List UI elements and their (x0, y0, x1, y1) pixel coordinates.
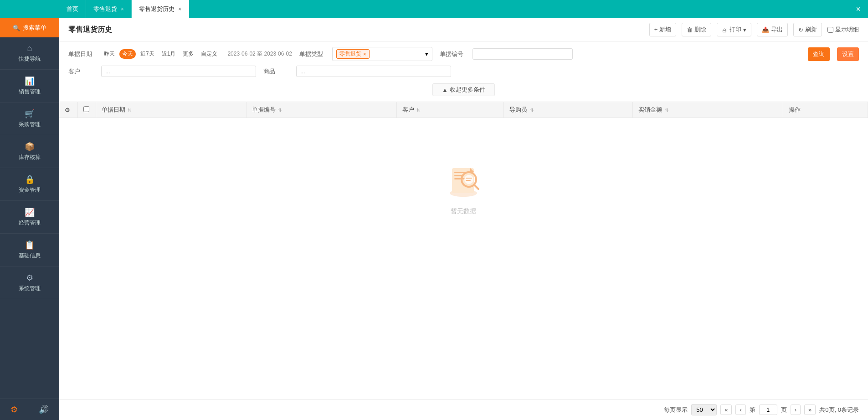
tab-retail-return-close[interactable]: × (121, 6, 124, 12)
new-button[interactable]: + 新增 (649, 23, 676, 36)
next-page-button[interactable]: › (791, 405, 801, 415)
sidebar-item-sales-mgmt[interactable]: 📊 销售管理 (0, 70, 59, 102)
sidebar-item-operations[interactable]: 📈 经营管理 (0, 201, 59, 234)
tab-retail-return[interactable]: 零售退货 × (86, 0, 132, 18)
customer-sort-icon[interactable]: ⇅ (416, 108, 420, 113)
th-settings[interactable]: ⚙ (59, 102, 77, 118)
doc-number-input[interactable] (473, 48, 573, 60)
customer-select[interactable]: ... (101, 66, 256, 77)
sidebar-item-inventory[interactable]: 📦 库存核算 (0, 135, 59, 168)
prev-page-button[interactable]: ‹ (735, 405, 745, 415)
shortcut-today[interactable]: 今天 (119, 49, 136, 59)
select-all-checkbox[interactable] (83, 106, 89, 112)
operations-icon: 📈 (25, 207, 35, 217)
th-action: 操作 (783, 102, 868, 118)
th-customer[interactable]: 客户 ⇅ (396, 102, 503, 118)
settings-button[interactable]: 设置 (837, 47, 859, 61)
th-doc-number[interactable]: 单据编号 ⇅ (246, 102, 396, 118)
page-size-select[interactable]: 10 20 50 100 (691, 404, 717, 415)
tab-retail-return-history[interactable]: 零售退货历史 × (132, 0, 189, 18)
doc-number-sort-icon[interactable]: ⇅ (278, 108, 282, 113)
tab-home-label: 首页 (67, 5, 78, 13)
refresh-button[interactable]: ↻ 刷新 (793, 23, 822, 36)
sidebar-item-quick-nav[interactable]: ⌂ 快捷导航 (0, 37, 59, 70)
delete-label: 删除 (694, 26, 706, 34)
customer-placeholder: ... (105, 68, 110, 75)
first-page-button[interactable]: « (720, 405, 732, 415)
show-detail-toggle[interactable]: 显示明细 (827, 26, 859, 34)
sidebar-search-button[interactable]: 🔍 搜索菜单 (0, 18, 59, 37)
query-button[interactable]: 查询 (808, 47, 830, 61)
delete-button[interactable]: 🗑 删除 (682, 23, 711, 36)
th-doc-date[interactable]: 单据日期 ⇅ (96, 102, 246, 118)
last-page-button[interactable]: » (804, 405, 816, 415)
page-number-input[interactable] (759, 405, 777, 415)
filter-row-1: 单据日期 昨天 今天 近7天 近1月 更多 自定义 2023-06-02 至 2… (68, 47, 859, 61)
sidebar-item-finance[interactable]: 🔒 资金管理 (0, 168, 59, 201)
sidebar-item-sales-mgmt-label: 销售管理 (19, 88, 41, 96)
shortcut-yesterday[interactable]: 昨天 (101, 49, 118, 59)
svg-point-6 (464, 175, 473, 184)
export-button[interactable]: 📤 导出 (757, 23, 788, 36)
table-header-row: ⚙ 单据日期 ⇅ 单据编号 ⇅ (59, 102, 868, 118)
export-icon: 📤 (762, 26, 769, 33)
empty-state-row: 暂无数据 (59, 118, 868, 252)
page-size-label: 每页显示 (664, 406, 688, 414)
sidebar-item-system-mgmt[interactable]: ⚙ 系统管理 (0, 266, 59, 299)
sidebar-item-inventory-label: 库存核算 (19, 154, 41, 161)
empty-text: 暂无数据 (451, 207, 476, 215)
goods-placeholder: ... (300, 68, 305, 75)
empty-state: 暂无数据 (59, 118, 868, 252)
th-action-label: 操作 (789, 106, 801, 113)
tab-retail-return-label: 零售退货 (93, 5, 117, 13)
guide-sort-icon[interactable]: ⇅ (530, 108, 534, 113)
shortcut-last7days[interactable]: 近7天 (138, 49, 157, 59)
settings-bottom-icon[interactable]: ⚙ (10, 405, 18, 415)
doc-date-sort-icon[interactable]: ⇅ (128, 108, 131, 113)
print-icon: 🖨 (722, 26, 728, 33)
show-detail-checkbox[interactable] (827, 27, 833, 33)
tab-retail-return-history-close[interactable]: × (178, 6, 181, 12)
doc-type-select[interactable]: 零售退货 × ▾ (332, 47, 432, 61)
sidebar-item-basic-info[interactable]: 📋 基础信息 (0, 234, 59, 266)
tab-home[interactable]: 首页 (59, 0, 86, 18)
sidebar-item-purchase-mgmt[interactable]: 🛒 采购管理 (0, 102, 59, 135)
doc-number-label: 单据编号 (440, 50, 465, 58)
sidebar-item-finance-label: 资金管理 (19, 186, 41, 194)
doc-type-remove[interactable]: × (363, 51, 366, 57)
table-body: 暂无数据 (59, 118, 868, 252)
refresh-label: 刷新 (805, 26, 817, 34)
collapse-up-icon: ▲ (442, 87, 448, 93)
shortcut-more[interactable]: 更多 (180, 49, 196, 59)
delete-icon: 🗑 (687, 26, 693, 33)
sidebar-item-quick-nav-label: 快捷导航 (19, 55, 41, 63)
current-page-prefix: 第 (750, 406, 755, 414)
shortcut-last1month[interactable]: 近1月 (159, 49, 179, 59)
total-label: 共0页, 0条记录 (819, 406, 859, 414)
print-button[interactable]: 🖨 打印 ▾ (717, 23, 751, 36)
goods-label: 商品 (263, 67, 289, 76)
print-label: 打印 (729, 26, 741, 34)
doc-type-tag: 零售退货 × (336, 49, 370, 59)
date-shortcuts: 昨天 今天 近7天 近1月 更多 自定义 (101, 49, 220, 59)
content-area: 零售退货历史 + 新增 🗑 删除 🖨 打印 ▾ 📤 导出 ↻ (59, 18, 868, 420)
tab-retail-return-history-label: 零售退货历史 (139, 5, 175, 13)
doc-type-label: 单据类型 (299, 50, 325, 58)
search-icon: 🔍 (13, 25, 20, 31)
sidebar-item-purchase-mgmt-label: 采购管理 (19, 121, 41, 128)
show-detail-label: 显示明细 (835, 26, 859, 34)
goods-select[interactable]: ... (296, 66, 451, 77)
home-icon: ⌂ (27, 44, 32, 53)
speaker-icon[interactable]: 🔊 (39, 405, 49, 415)
sidebar-bottom: ⚙ 🔊 (0, 399, 59, 420)
th-amount[interactable]: 实销金额 ⇅ (633, 102, 783, 118)
sales-icon: 📊 (25, 76, 35, 86)
export-label: 导出 (771, 26, 783, 34)
collapse-filter-button[interactable]: ▲ 收起更多条件 (432, 83, 495, 96)
th-guide[interactable]: 导购员 ⇅ (504, 102, 633, 118)
shortcut-custom[interactable]: 自定义 (198, 49, 220, 59)
th-doc-date-label: 单据日期 (102, 106, 125, 113)
column-settings-icon[interactable]: ⚙ (65, 107, 70, 113)
window-close-button[interactable]: × (856, 5, 861, 14)
amount-sort-icon[interactable]: ⇅ (665, 108, 668, 113)
